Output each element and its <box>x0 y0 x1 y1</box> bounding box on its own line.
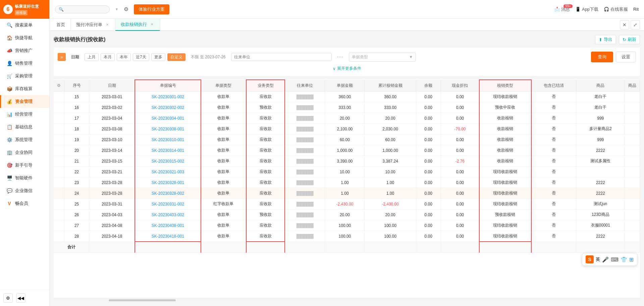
td-num: 27 <box>64 220 89 231</box>
partner-filter-input[interactable] <box>231 53 332 61</box>
doc-no-link[interactable]: SK-20230321-003 <box>152 170 184 174</box>
td-date: 2023-04-03 <box>89 209 135 220</box>
settings-bottom-btn[interactable]: ⚙ <box>3 293 13 303</box>
td-biz-type: 预收款 <box>246 102 285 113</box>
date-custom-btn[interactable]: 自定义 <box>167 53 185 61</box>
sidebar-item-member[interactable]: V 畅会员 <box>0 197 49 210</box>
td-biz-type: 应收款 <box>246 134 285 145</box>
td-verify-amount: 360.00 <box>365 91 416 102</box>
doc-no-link[interactable]: SK-20230418-001 <box>152 234 184 239</box>
td-partner: ██████ <box>285 167 325 177</box>
sidebar-item-ops[interactable]: 📊 经营管理 <box>0 108 49 121</box>
doc-no-link[interactable]: SK-20230315-002 <box>152 159 184 164</box>
th-settings[interactable]: ⚙ <box>54 80 64 91</box>
td-verify-type: 收款核销 <box>479 134 531 145</box>
sidebar-item-wechat[interactable]: 💬 企业微信 <box>0 184 49 197</box>
refresh-button[interactable]: ↻ 刷新 <box>619 35 640 44</box>
doc-no-link[interactable]: SK-20230408-001 <box>152 223 184 228</box>
doc-no-link[interactable]: SK-20230302-002 <box>152 105 184 110</box>
doc-no-link[interactable]: SK-20230331-002 <box>152 202 184 206</box>
sidebar-item-hardware[interactable]: 🖥️ 智能硬件 <box>0 172 49 184</box>
td-amount: 100.00 <box>325 231 365 242</box>
td-biz-type: 应收款 <box>246 188 285 199</box>
sidebar-item-marketing[interactable]: 📣 营销推广 <box>0 44 49 57</box>
doc-no-link[interactable]: SK-20230304-001 <box>152 116 184 121</box>
sidebar-item-inventory[interactable]: 📦 库存核算 <box>0 82 49 95</box>
td-num: 16 <box>64 102 89 113</box>
service-button[interactable]: 🎧 在线客服 <box>604 6 628 12</box>
message-button[interactable]: 📩 消息 99+ <box>554 6 570 12</box>
tab-collection-close[interactable]: ✕ <box>150 22 154 27</box>
logo-icon: 6 <box>3 5 13 14</box>
filter-row-1: » 日期 上月 本月 本年 近7天 更多 自定义 不限 至 2023-07-26… <box>58 52 636 62</box>
sidebar-item-finance[interactable]: 💰 资金管理 <box>0 95 49 108</box>
td-num: 28 <box>64 231 89 242</box>
td-verify-amount: 100.00 <box>365 220 416 231</box>
td-goods: 2222 <box>576 177 625 188</box>
td-include-settled: 否 <box>531 231 576 242</box>
doc-no-link[interactable]: SK-20230328-002 <box>152 191 184 196</box>
td-goods-img <box>625 134 640 145</box>
td-verify-amount: 10.00 <box>365 167 416 177</box>
doc-no-link[interactable]: SK-20230308-001 <box>152 127 184 131</box>
scrollbar-thumb[interactable] <box>109 299 176 301</box>
doc-no-link[interactable]: SK-20230301-002 <box>152 95 184 99</box>
td-include-settled: 否 <box>531 199 576 209</box>
td-partner: ██████ <box>285 209 325 220</box>
td-amount: 60.00 <box>325 134 365 145</box>
td-settings <box>54 209 64 220</box>
mic-icon[interactable]: 🎤 <box>602 256 609 263</box>
tab-collection[interactable]: 收款核销执行 ✕ <box>115 19 160 31</box>
close-all-tabs-btn[interactable]: ✕ <box>620 20 629 29</box>
td-cash-discount: 0.00 <box>441 199 479 209</box>
tab-prepay[interactable]: 预付冲应付单 ✕ <box>71 19 115 31</box>
doc-no-link[interactable]: SK-20230310-001 <box>152 137 184 142</box>
gear-icon[interactable]: ⚙ <box>124 6 128 12</box>
sidebar-item-purchase[interactable]: 🛒 采购管理 <box>0 70 49 82</box>
date-filter-label: 日期 <box>71 54 79 60</box>
keyboard-icon[interactable]: ⌨ <box>611 256 619 263</box>
doc-no-link[interactable]: SK-20230314-001 <box>152 148 184 153</box>
tab-home[interactable]: 首页 <box>51 19 71 31</box>
query-button[interactable]: 查询 <box>591 52 613 62</box>
export-button[interactable]: ⬆ 导出 <box>595 35 616 44</box>
td-include-settled: 否 <box>531 177 576 188</box>
doc-no-link[interactable]: SK-20230328-001 <box>152 180 184 185</box>
date-7days-btn[interactable]: 近7天 <box>133 53 149 61</box>
date-this-month-btn[interactable]: 本月 <box>101 53 115 61</box>
doc-no-link[interactable]: SK-20230403-002 <box>152 212 184 217</box>
doc-type-filter[interactable]: 单据类型 ▼ <box>349 53 416 62</box>
filter-settings-button[interactable]: 设置 <box>616 52 636 62</box>
td-balance: 0.00 <box>416 220 441 231</box>
horizontal-scrollbar[interactable] <box>54 298 640 302</box>
collapse-btn[interactable]: ◀◀ <box>16 293 25 303</box>
expand-filter-button[interactable]: ∨ 展开更多条件 <box>58 65 636 72</box>
guide-icon: 🎯 <box>6 162 12 168</box>
td-verify-amount: 1,000.00 <box>365 145 416 156</box>
solution-button[interactable]: 体验行业方案 <box>134 4 169 14</box>
page-header: 收款核销执行(按收款) ⬆ 导出 ↻ 刷新 <box>54 35 640 44</box>
sidebar-item-quicknav[interactable]: 🏠 快捷导航 <box>0 32 49 44</box>
tab-prepay-close[interactable]: ✕ <box>105 22 110 27</box>
filter-toggle-button[interactable]: » <box>58 53 66 61</box>
app-download-button[interactable]: 📱 App下载 <box>575 6 598 12</box>
date-last-month-btn[interactable]: 上月 <box>85 53 99 61</box>
sidebar-item-corp[interactable]: 🏢 企业协同 <box>0 146 49 159</box>
th-biz-type: 业务类型 <box>246 80 285 91</box>
td-goods: 999 <box>576 113 625 124</box>
date-this-year-btn[interactable]: 本年 <box>117 53 131 61</box>
username-display[interactable]: Rit <box>633 7 639 12</box>
td-cash-discount: 0.00 <box>441 167 479 177</box>
table-wrapper[interactable]: ⚙ 序号 日期 单据编号 单据类型 业务类型 往来单位 单据金额 累计核销金额 … <box>54 79 640 298</box>
sidebar-item-search[interactable]: 🔍 搜索菜单 <box>0 19 49 32</box>
search-box[interactable]: 🔍 <box>55 5 110 13</box>
search-input[interactable] <box>66 7 106 12</box>
date-more-btn[interactable]: 更多 <box>151 53 165 61</box>
sidebar-item-sales[interactable]: 👤 销售管理 <box>0 57 49 70</box>
sidebar-item-system[interactable]: ⚙️ 系统管理 <box>0 133 49 146</box>
td-balance: 0.00 <box>416 124 441 134</box>
expand-tabs-btn[interactable]: ⤢ <box>631 20 640 29</box>
sidebar-item-basic[interactable]: 📋 基础信息 <box>0 121 49 133</box>
sidebar-item-guide[interactable]: 🎯 新手引导 <box>0 159 49 172</box>
td-doc-type: 收款单 <box>201 220 246 231</box>
